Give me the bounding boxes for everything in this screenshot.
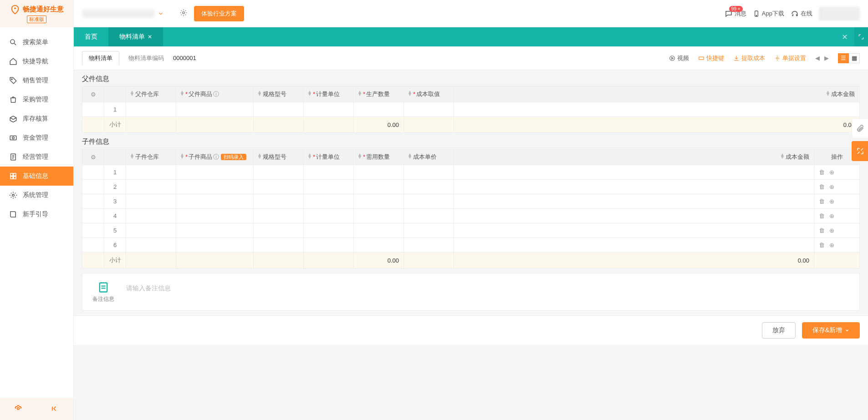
col-parent-spec[interactable]: ▴▾规格型号 <box>254 86 304 102</box>
svg-point-10 <box>12 194 15 197</box>
list-view-icon[interactable]: ☰ <box>838 53 849 63</box>
table-row[interactable]: 5🗑⊕ <box>82 223 860 238</box>
col-child-warehouse[interactable]: ▴▾子件仓库 <box>126 149 176 165</box>
table-row[interactable]: 1 <box>82 102 860 117</box>
sidebar-item-guide[interactable]: 新手引导 <box>0 205 73 224</box>
help-icon[interactable]: ⓘ <box>213 153 219 160</box>
add-icon[interactable]: ⊕ <box>829 183 834 190</box>
col-child-spec[interactable]: ▴▾规格型号 <box>254 149 304 165</box>
col-parent-unit[interactable]: ▴▾*计量单位 <box>304 86 354 102</box>
col-parent-costamt[interactable]: ▴▾成本金额 <box>454 86 860 102</box>
scan-badge[interactable]: 扫码录入 <box>221 154 246 160</box>
attachment-tab[interactable] <box>852 118 868 138</box>
sidebar-item-ops[interactable]: 经营管理 <box>0 147 73 167</box>
sidebar-item-fund[interactable]: 资金管理 <box>0 128 73 147</box>
table-row[interactable]: 6🗑⊕ <box>82 238 860 253</box>
remarks-input[interactable] <box>126 281 852 295</box>
try-industry-button[interactable]: 体验行业方案 <box>194 6 244 21</box>
sidebar-item-search[interactable]: 搜索菜单 <box>0 33 73 52</box>
add-icon[interactable]: ⊕ <box>829 198 834 205</box>
collapse-icon[interactable] <box>51 405 59 414</box>
sidebar-item-sys[interactable]: 系统管理 <box>0 186 73 205</box>
col-parent-costsrc[interactable]: ▴▾*成本取值 <box>404 86 454 102</box>
svg-rect-7 <box>14 173 16 176</box>
close-all-tabs[interactable] <box>835 34 854 40</box>
org-selector[interactable] <box>82 10 173 18</box>
delete-icon[interactable]: 🗑 <box>819 227 825 234</box>
org-settings-icon[interactable] <box>179 9 188 18</box>
column-settings-icon[interactable]: ⚙ <box>82 149 104 165</box>
chevron-down-icon <box>845 328 849 333</box>
tab-bom[interactable]: 物料清单✕ <box>108 27 163 46</box>
delete-icon[interactable]: 🗑 <box>819 242 825 248</box>
app-download-link[interactable]: App下载 <box>753 10 784 18</box>
sheet-code-label: 物料清单编码 <box>128 54 164 62</box>
sidebar-label: 新手引导 <box>23 210 48 218</box>
video-link[interactable]: 视频 <box>669 54 689 62</box>
book-icon <box>9 210 17 218</box>
sidebar-item-purchase[interactable]: 采购管理 <box>0 90 73 109</box>
sheet-tab[interactable]: 物料清单 <box>82 51 119 65</box>
next-icon[interactable]: ▶ <box>824 55 829 61</box>
sidebar-item-sales[interactable]: 销售管理 <box>0 71 73 90</box>
col-child-costamt[interactable]: ▴▾成本金额 <box>454 149 814 165</box>
logo-area: 畅捷通好生意 标准版 <box>0 0 73 27</box>
card-view-icon[interactable]: ▦ <box>849 53 860 63</box>
col-parent-qty[interactable]: ▴▾*生产数量 <box>354 86 404 102</box>
discard-button[interactable]: 放弃 <box>762 322 796 339</box>
col-child-product[interactable]: ▴▾*子件商品ⓘ扫码录入 <box>176 149 254 165</box>
table-row[interactable]: 1🗑⊕ <box>82 165 860 180</box>
delete-icon[interactable]: 🗑 <box>819 198 825 205</box>
bill-settings-link[interactable]: 单据设置 <box>774 54 806 62</box>
brand-edition: 标准版 <box>27 15 46 23</box>
svg-rect-18 <box>100 283 107 292</box>
table-row[interactable]: 4🗑⊕ <box>82 209 860 223</box>
svg-point-11 <box>17 407 20 410</box>
expand-tab[interactable] <box>852 141 868 161</box>
col-child-qty[interactable]: ▴▾*需用数量 <box>354 149 404 165</box>
col-child-unit[interactable]: ▴▾*计量单位 <box>304 149 354 165</box>
home-icon <box>9 57 17 66</box>
sheet-header: 物料清单 物料清单编码 0000001 视频 快捷键 提取成本 单据设置 ◀ ▶… <box>74 46 868 70</box>
tab-home[interactable]: 首页 <box>74 27 108 46</box>
close-icon[interactable]: ✕ <box>148 34 152 40</box>
col-parent-warehouse[interactable]: ▴▾父件仓库 <box>126 86 176 102</box>
col-parent-product[interactable]: ▴▾*父件商品ⓘ <box>176 86 254 102</box>
add-icon[interactable]: ⊕ <box>829 169 834 176</box>
sidebar-item-base[interactable]: 基础信息 <box>0 167 73 186</box>
view-toggle[interactable]: ☰ ▦ <box>838 53 860 63</box>
settings-icon[interactable] <box>14 405 22 414</box>
online-service-link[interactable]: 在线 <box>791 10 812 18</box>
sidebar-label: 基础信息 <box>23 172 48 180</box>
extract-cost-link[interactable]: 提取成本 <box>733 54 765 62</box>
save-and-new-button[interactable]: 保存&新增 <box>802 322 860 339</box>
sidebar-item-quicknav[interactable]: 快捷导航 <box>0 52 73 71</box>
sidebar-item-stock[interactable]: 库存核算 <box>0 109 73 128</box>
add-icon[interactable]: ⊕ <box>829 213 834 219</box>
svg-rect-6 <box>10 173 13 176</box>
svg-rect-9 <box>14 177 16 179</box>
user-avatar[interactable] <box>819 7 860 20</box>
add-icon[interactable]: ⊕ <box>829 227 834 234</box>
svg-point-1 <box>10 40 15 44</box>
table-row[interactable]: 3🗑⊕ <box>82 194 860 209</box>
sidebar-label: 经营管理 <box>23 153 48 161</box>
fullscreen-icon[interactable] <box>854 27 868 46</box>
hotkey-link[interactable]: 快捷键 <box>698 54 724 62</box>
messages-link[interactable]: 99 + 消息 <box>725 10 746 18</box>
delete-icon[interactable]: 🗑 <box>819 213 825 219</box>
doc-icon <box>9 153 17 161</box>
sidebar-menu: 搜索菜单 快捷导航 销售管理 采购管理 库存核算 资金管理 经营管理 基础信息 … <box>0 27 73 398</box>
add-icon[interactable]: ⊕ <box>829 242 834 248</box>
prev-icon[interactable]: ◀ <box>815 55 820 61</box>
svg-point-14 <box>756 15 756 15</box>
table-row[interactable]: 2🗑⊕ <box>82 180 860 194</box>
sidebar-label: 快捷导航 <box>23 57 48 66</box>
col-child-unitcost[interactable]: ▴▾成本单价 <box>404 149 454 165</box>
message-badge: 99 + <box>729 6 743 12</box>
delete-icon[interactable]: 🗑 <box>819 183 825 190</box>
help-icon[interactable]: ⓘ <box>213 91 219 97</box>
side-float-tabs <box>852 118 868 161</box>
delete-icon[interactable]: 🗑 <box>819 169 825 176</box>
column-settings-icon[interactable]: ⚙ <box>82 86 104 102</box>
